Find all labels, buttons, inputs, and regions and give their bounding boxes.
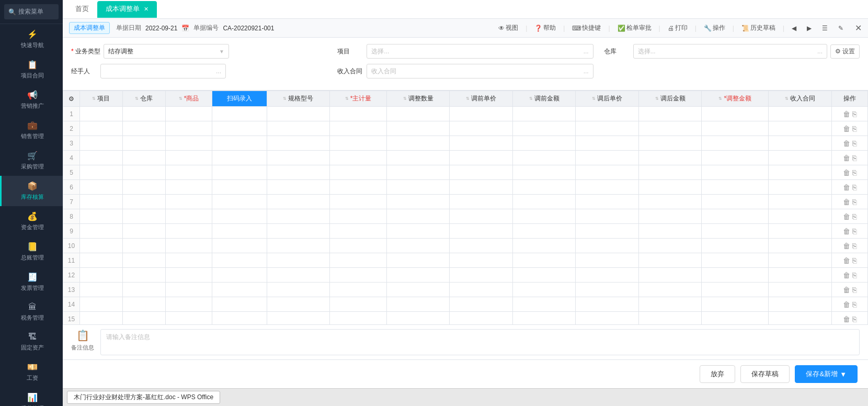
cell-pre-unit-price-15[interactable] [450,312,512,325]
delete-icon-6[interactable]: 🗑 [843,183,850,191]
copy-icon-11[interactable]: ⎘ [852,256,856,265]
cell-post-unit-price-10[interactable] [576,239,638,253]
cell-spec-2[interactable] [267,121,329,136]
cell-goods-12[interactable] [165,268,212,283]
delete-icon-12[interactable]: 🗑 [843,271,850,279]
cell-unit-3[interactable] [330,136,387,151]
cell-post-unit-price-14[interactable] [576,297,638,312]
cell-adj-qty-11[interactable] [386,253,449,268]
cell-pre-amount-14[interactable] [512,297,575,312]
cell-income-contract-11[interactable] [769,253,831,268]
delete-icon-5[interactable]: 🗑 [843,168,850,177]
delete-icon-14[interactable]: 🗑 [843,300,850,309]
cell-income-contract-15[interactable] [769,312,831,325]
cell-post-amount-3[interactable] [638,136,701,151]
cell-income-contract-1[interactable] [769,107,831,121]
copy-icon-8[interactable]: ⎘ [852,212,856,221]
cell-post-amount-9[interactable] [638,224,701,239]
cell-pre-unit-price-9[interactable] [450,224,512,239]
cell-adj-qty-4[interactable] [386,151,449,165]
cell-pre-amount-4[interactable] [512,151,575,165]
remarks-input[interactable]: 请输入备注信息 [100,329,860,355]
cell-goods-15[interactable] [165,312,212,325]
cell-goods-7[interactable] [165,195,212,209]
cell-unit-5[interactable] [330,165,387,180]
sidebar-item-project-contract[interactable]: 📋 项目合同 [0,54,63,85]
cell-adj-qty-6[interactable] [386,180,449,195]
income-contract-input[interactable]: 收入合同 ... [367,64,593,78]
cell-project-5[interactable] [80,165,123,180]
cell-pre-amount-3[interactable] [512,136,575,151]
delete-icon-8[interactable]: 🗑 [843,212,850,221]
cell-post-amount-4[interactable] [638,151,701,165]
cell-adj-amount-14[interactable] [702,297,769,312]
cell-spec-11[interactable] [267,253,329,268]
cell-post-amount-12[interactable] [638,268,701,283]
sidebar-item-sales-mgmt[interactable]: 💼 销售管理 [0,115,63,145]
cell-scan-13[interactable] [212,283,267,297]
cell-pre-amount-8[interactable] [512,209,575,224]
cell-pre-unit-price-8[interactable] [450,209,512,224]
cell-unit-13[interactable] [330,283,387,297]
cell-adj-amount-15[interactable] [702,312,769,325]
toolbar-audit[interactable]: ✅ 检单审批 [614,22,655,33]
cell-spec-6[interactable] [267,180,329,195]
cell-warehouse-12[interactable] [122,268,165,283]
copy-icon-9[interactable]: ⎘ [852,227,856,235]
cell-adj-amount-13[interactable] [702,283,769,297]
cell-adj-qty-7[interactable] [386,195,449,209]
copy-icon-3[interactable]: ⎘ [852,139,856,148]
cell-adj-qty-10[interactable] [386,239,449,253]
sidebar-item-fixed-assets[interactable]: 🏗 固定资产 [0,327,63,357]
sidebar-item-ledger-mgmt[interactable]: 📒 总账管理 [0,236,63,267]
tab-close-icon[interactable]: ✕ [144,6,149,12]
cell-pre-amount-11[interactable] [512,253,575,268]
cell-spec-3[interactable] [267,136,329,151]
copy-icon-5[interactable]: ⎘ [852,168,856,177]
taskbar-item[interactable]: 木门行业好业财处理方案-墓红红.doc - WPS Office [67,391,220,404]
copy-icon-15[interactable]: ⎘ [852,315,856,323]
cell-post-unit-price-12[interactable] [576,268,638,283]
cell-adj-qty-1[interactable] [386,107,449,121]
copy-icon-4[interactable]: ⎘ [852,154,856,162]
cell-goods-11[interactable] [165,253,212,268]
cell-scan-12[interactable] [212,268,267,283]
sidebar-item-inventory-calc[interactable]: 📦 库存核算 [0,176,63,206]
copy-icon-13[interactable]: ⎘ [852,286,856,294]
cell-adj-qty-2[interactable] [386,121,449,136]
cell-post-amount-8[interactable] [638,209,701,224]
cell-post-amount-14[interactable] [638,297,701,312]
cell-post-amount-5[interactable] [638,165,701,180]
cell-scan-2[interactable] [212,121,267,136]
cell-goods-3[interactable] [165,136,212,151]
cell-adj-qty-13[interactable] [386,283,449,297]
cell-pre-unit-price-6[interactable] [450,180,512,195]
cell-goods-6[interactable] [165,180,212,195]
cell-scan-5[interactable] [212,165,267,180]
cell-income-contract-3[interactable] [769,136,831,151]
cell-pre-amount-13[interactable] [512,283,575,297]
cell-project-9[interactable] [80,224,123,239]
cell-unit-1[interactable] [330,107,387,121]
cell-scan-15[interactable] [212,312,267,325]
cell-adj-amount-4[interactable] [702,151,769,165]
cell-pre-unit-price-7[interactable] [450,195,512,209]
cell-pre-amount-15[interactable] [512,312,575,325]
cell-spec-13[interactable] [267,283,329,297]
cell-project-7[interactable] [80,195,123,209]
cell-post-unit-price-13[interactable] [576,283,638,297]
cell-goods-1[interactable] [165,107,212,121]
cell-post-unit-price-5[interactable] [576,165,638,180]
cell-unit-11[interactable] [330,253,387,268]
cell-pre-unit-price-3[interactable] [450,136,512,151]
sidebar-item-invoice-mgmt[interactable]: 🧾 发票管理 [0,267,63,297]
cell-income-contract-12[interactable] [769,268,831,283]
cell-goods-10[interactable] [165,239,212,253]
cell-warehouse-8[interactable] [122,209,165,224]
cell-income-contract-7[interactable] [769,195,831,209]
cell-adj-amount-6[interactable] [702,180,769,195]
save-new-button[interactable]: 保存&新增 ▼ [795,365,858,383]
cell-unit-8[interactable] [330,209,387,224]
delete-icon-4[interactable]: 🗑 [843,154,850,162]
cell-post-unit-price-3[interactable] [576,136,638,151]
